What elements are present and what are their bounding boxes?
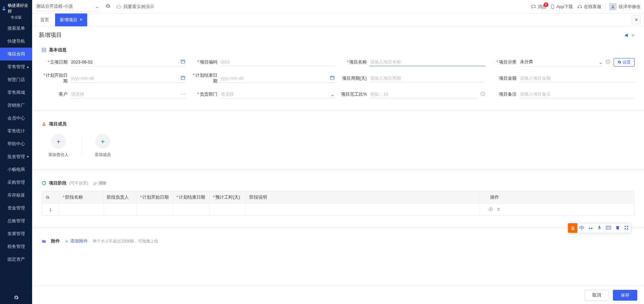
ime-lang-toggle[interactable]: 中 bbox=[577, 225, 587, 231]
cell-stage-owner[interactable] bbox=[103, 204, 137, 216]
input-date-created[interactable]: 2023-06-02 bbox=[70, 58, 186, 67]
gear-icon bbox=[617, 60, 621, 64]
save-button[interactable]: 保存 bbox=[613, 290, 637, 301]
sidebar-item-wholesale[interactable]: 批发管理▼ bbox=[0, 150, 32, 163]
sidebar-item-retail-stats[interactable]: 零售统计 bbox=[0, 125, 32, 137]
tab-home[interactable]: 首页 bbox=[35, 14, 54, 26]
category-settings-button[interactable]: 设置 bbox=[614, 58, 635, 67]
add-attachment-button[interactable]: ＋ 添加附件 bbox=[65, 238, 88, 244]
input-plan-end[interactable] bbox=[220, 74, 336, 83]
input-remark[interactable] bbox=[519, 91, 635, 98]
cell-stage-hours[interactable] bbox=[210, 204, 246, 216]
help-icon[interactable]: ? bbox=[605, 59, 610, 65]
sidebar-item-purchase[interactable]: 采购管理 bbox=[0, 176, 32, 189]
select-customer[interactable]: ⋯ bbox=[70, 90, 186, 99]
sidebar-item-inventory[interactable]: 库存核算 bbox=[0, 189, 32, 202]
svg-rect-7 bbox=[331, 76, 334, 80]
footer: 取消 保存 bbox=[32, 286, 644, 304]
add-row-icon[interactable] bbox=[488, 207, 493, 212]
input-cycle[interactable] bbox=[369, 75, 485, 82]
sidebar-item-ledger[interactable]: 总账管理 bbox=[0, 214, 32, 227]
calendar-icon[interactable] bbox=[330, 75, 335, 81]
messages-button[interactable]: 消息 8 bbox=[531, 4, 546, 10]
select-dept[interactable]: ⌄ bbox=[220, 90, 336, 99]
calendar-icon[interactable] bbox=[181, 75, 185, 81]
input-name[interactable] bbox=[369, 58, 485, 66]
chevron-down-icon: ⌄ bbox=[95, 4, 99, 9]
ime-menu-icon[interactable] bbox=[622, 225, 631, 231]
sidebar-item-funds[interactable]: 资金管理 bbox=[0, 202, 32, 214]
prev-record-button[interactable]: ◀ bbox=[622, 32, 630, 38]
ime-mic-icon[interactable] bbox=[595, 225, 604, 231]
cell-stage-start[interactable] bbox=[137, 204, 173, 216]
help-icon[interactable]: ? bbox=[480, 92, 485, 97]
svg-rect-13 bbox=[606, 226, 611, 229]
sidebar-item-ecommerce[interactable]: 小畅电商 bbox=[0, 163, 32, 176]
add-member-button[interactable]: ＋ bbox=[95, 134, 110, 149]
gear-icon bbox=[45, 195, 50, 200]
folder-icon bbox=[42, 239, 46, 244]
svg-text:?: ? bbox=[607, 60, 609, 63]
workspace-select[interactable]: 测试分开流程-小况 ⌄ bbox=[35, 2, 100, 11]
calendar-icon[interactable] bbox=[181, 59, 185, 65]
close-icon[interactable]: ✕ bbox=[79, 18, 82, 22]
add-owner-button[interactable]: ＋ bbox=[51, 134, 66, 149]
more-icon[interactable]: ⋯ bbox=[181, 92, 185, 97]
workspace-settings-icon[interactable] bbox=[104, 2, 112, 11]
label-remark: 项目备注 bbox=[491, 92, 519, 97]
message-icon bbox=[531, 4, 536, 9]
clear-stages-button[interactable]: 清除 bbox=[93, 180, 106, 186]
label-customer: 客户 bbox=[42, 92, 70, 97]
sidebar-item-invoice[interactable]: 发票管理 bbox=[0, 227, 32, 240]
stage-table: *阶段名称 阶段负责人 *计划开始日期 *计划结束日期 *预计工时(天) 阶段说… bbox=[42, 191, 635, 216]
ime-toolbar[interactable]: S 中 •• bbox=[568, 223, 631, 233]
col-gear[interactable] bbox=[42, 191, 59, 203]
sidebar-item-fixed-assets[interactable]: 固定资产 bbox=[0, 253, 32, 266]
cell-stage-name[interactable] bbox=[59, 204, 103, 216]
user-menu[interactable]: 徐泽华修改 bbox=[605, 3, 641, 10]
cell-stage-desc[interactable] bbox=[246, 204, 479, 216]
sidebar-item-quicknav[interactable]: 快捷导航 bbox=[0, 35, 32, 48]
sidebar-settings[interactable] bbox=[0, 292, 32, 304]
sidebar-item-retail[interactable]: 零售管理▲ bbox=[0, 60, 32, 73]
close-all-tabs-button[interactable]: ✕ bbox=[632, 16, 641, 24]
next-record-button[interactable]: ▶ bbox=[630, 32, 637, 38]
app-download-button[interactable]: App下载 bbox=[550, 4, 573, 10]
online-service-button[interactable]: 在线客服 bbox=[577, 4, 601, 10]
svg-rect-2 bbox=[42, 48, 46, 52]
tab-new-project[interactable]: 新增项目 ✕ bbox=[55, 14, 87, 26]
sidebar-item-search[interactable]: 搜索菜单 bbox=[0, 22, 32, 35]
select-category[interactable]: 未分类 ⌄ bbox=[519, 58, 604, 67]
demo-link[interactable]: 我要看实例演示 bbox=[116, 4, 154, 10]
svg-rect-6 bbox=[181, 76, 185, 80]
ime-punct-icon[interactable]: •• bbox=[587, 225, 595, 231]
sidebar-item-retail-mall[interactable]: 零售商城 bbox=[0, 86, 32, 99]
stage-row[interactable]: 1 bbox=[42, 203, 634, 216]
cancel-button[interactable]: 取消 bbox=[585, 290, 609, 301]
svg-rect-12 bbox=[599, 226, 600, 228]
sidebar-item-help[interactable]: 帮助中心 bbox=[0, 137, 32, 150]
input-amount[interactable] bbox=[519, 75, 635, 82]
label-dept: *负责部门 bbox=[191, 92, 220, 97]
avatar-icon bbox=[609, 3, 617, 10]
input-complete[interactable] bbox=[369, 91, 478, 98]
section-stages: 项目阶段 (可不设置) 清除 *阶段名称 阶段负责人 *计划开始日期 *计划结束… bbox=[38, 175, 639, 222]
headset-icon bbox=[577, 4, 582, 9]
svg-rect-16 bbox=[625, 228, 626, 229]
section-basic: 基本信息 *立项日期 2023-06-02 *项目编码 bbox=[38, 42, 639, 105]
svg-rect-14 bbox=[625, 226, 626, 227]
input-code[interactable] bbox=[220, 58, 336, 66]
ime-skin-icon[interactable] bbox=[613, 225, 622, 231]
input-plan-start[interactable] bbox=[70, 74, 186, 83]
cell-stage-end[interactable] bbox=[173, 204, 210, 216]
sidebar-item-marketing[interactable]: 营销推广 bbox=[0, 99, 32, 112]
sidebar-item-member[interactable]: 会员中心 bbox=[0, 112, 32, 125]
svg-rect-17 bbox=[627, 228, 628, 229]
brand-logo: 畅捷通好业财 bbox=[0, 0, 32, 15]
sidebar-item-project-contract[interactable]: 项目合同 bbox=[0, 48, 32, 60]
sidebar-item-tax[interactable]: 税务管理 bbox=[0, 240, 32, 253]
ime-keyboard-icon[interactable] bbox=[604, 225, 613, 231]
delete-row-icon[interactable] bbox=[496, 207, 501, 212]
sidebar-item-smart-store[interactable]: 智慧门店 bbox=[0, 73, 32, 86]
section-members: 项目成员 ＋ 添加责任人 ＋ 添加成员 bbox=[38, 116, 639, 164]
